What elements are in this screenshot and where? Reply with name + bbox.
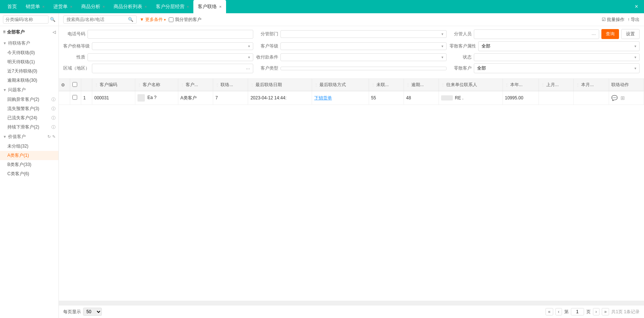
phone-input[interactable]	[87, 30, 253, 39]
close-customer-contact[interactable]: ×	[219, 4, 221, 9]
cell-last-method[interactable]: 下销货单	[312, 91, 369, 105]
retail-select[interactable]: 全部 ▾	[474, 63, 640, 73]
edit-icon[interactable]: ✎	[52, 134, 56, 139]
close-product-analysis-list[interactable]: ×	[144, 4, 147, 9]
th-this-month[interactable]: ⋮本月...	[574, 79, 609, 91]
sidebar-item-7days[interactable]: 近7天待联络(0)	[0, 67, 58, 76]
th-contact[interactable]: ⋮联络...	[213, 79, 248, 91]
sidebar-item-class-c[interactable]: C类客户(6)	[0, 169, 58, 179]
sidebar-search-icon[interactable]: 🔍	[50, 17, 56, 22]
sidebar-item-churned[interactable]: 已流失客户(24) ⓘ	[0, 113, 58, 123]
sidebar-item-tomorrow[interactable]: 明天待联络(1)	[0, 57, 58, 67]
sidebar-group-problem[interactable]: ▼ 问题客户	[0, 85, 58, 95]
query-btn[interactable]: 查询	[601, 29, 619, 39]
cell-name[interactable]: Ea ?	[135, 91, 178, 105]
sidebar-item-repurchase[interactable]: 回购异常客户(2) ⓘ	[0, 95, 58, 104]
th-company-contact[interactable]: ⋮往来单位联系人	[439, 79, 502, 91]
row-checkbox[interactable]	[72, 95, 77, 100]
batch-op-btn[interactable]: ☑ 批量操作	[602, 17, 625, 23]
th-no-contact[interactable]: ⋮未联...	[369, 79, 404, 91]
arrow-pending: ▼	[3, 41, 7, 45]
sidebar-item-class-b[interactable]: B类客户(33)	[0, 160, 58, 169]
dept-select-arrow: ▾	[441, 32, 443, 36]
th-customer-type[interactable]: ⋮客户...	[178, 79, 213, 91]
message-icon[interactable]: 💬	[611, 95, 618, 101]
cell-last-month	[539, 91, 574, 105]
price-level-select[interactable]: ▾	[92, 42, 253, 50]
my-customer-checkbox-area[interactable]: 我分管的客户	[169, 17, 201, 23]
customer-level-select[interactable]: ▾	[280, 42, 446, 50]
manager-dots-icon[interactable]: ···	[591, 31, 596, 37]
last-page-btn[interactable]: »	[602, 308, 609, 315]
nature-select[interactable]: ▾	[87, 53, 253, 61]
th-code[interactable]: ⋮客户编码	[92, 79, 135, 91]
th-name[interactable]: ⋮客户名称	[135, 79, 178, 91]
first-page-btn[interactable]: «	[545, 308, 553, 315]
nav-product-analysis-list[interactable]: 商品分析列表 ×	[109, 0, 151, 13]
nav-product-analysis[interactable]: 商品分析 ×	[77, 0, 109, 13]
next-page-btn[interactable]: ›	[593, 308, 600, 315]
customer-level-arrow: ▾	[441, 44, 443, 48]
retail-attr-select[interactable]: 全部 ▾	[478, 41, 640, 51]
close-product-analysis[interactable]: ×	[103, 4, 105, 9]
sidebar-group-pending[interactable]: ▼ 待联络客户	[0, 38, 58, 48]
sidebar-item-today[interactable]: 今天待联络(0)	[0, 48, 58, 57]
export-btn[interactable]: ↑ 导出	[627, 17, 640, 23]
nav-customer-contact[interactable]: 客户联络 ×	[193, 0, 226, 13]
col-resize-year: ⋮	[505, 83, 509, 87]
price-level-arrow: ▾	[248, 44, 250, 48]
per-page-select[interactable]: 50 100 200	[83, 308, 102, 316]
toolbar-search-icon[interactable]: 🔍	[128, 17, 133, 22]
th-overdue[interactable]: ⋮逾期...	[404, 79, 439, 91]
more-filter-btn[interactable]: ▼ 更多条件 ▾	[140, 17, 166, 23]
my-customer-checkbox[interactable]	[169, 17, 173, 22]
nav-home[interactable]: 首页	[3, 0, 21, 13]
nav-purchase-order[interactable]: 进货单 ×	[49, 0, 76, 13]
manager-select[interactable]: ···	[474, 29, 599, 39]
toolbar-search-input[interactable]	[67, 17, 128, 22]
th-last-contact-date[interactable]: ⋮最后联络日期	[248, 79, 312, 91]
sidebar-item-overdue[interactable]: 逾期未联络(30)	[0, 76, 58, 85]
sidebar-item-ungrouped[interactable]: 未分组(32)	[0, 142, 58, 151]
close-sales-order[interactable]: ×	[42, 4, 44, 9]
th-this-year[interactable]: ⋮本年...	[502, 79, 539, 91]
select-all-checkbox[interactable]	[72, 82, 77, 87]
prev-page-btn[interactable]: ‹	[555, 308, 562, 315]
filter-row-3: 性质 ▾ 收付款条件 ▾ 状态	[63, 53, 640, 61]
page-number-input[interactable]	[571, 308, 584, 315]
th-last-month[interactable]: ⋮上月...	[539, 79, 574, 91]
filter-retail: 零散客户 全部 ▾	[450, 63, 640, 73]
gear-icon[interactable]: ⚙	[61, 82, 65, 88]
grid-action-icon[interactable]: ⊞	[620, 95, 625, 101]
sidebar-all-customers[interactable]: ⠿ 全部客户 ◁	[0, 26, 58, 38]
filter-arrow-icon: ▾	[164, 18, 166, 22]
nav-close-all[interactable]: ×	[632, 3, 641, 10]
sidebar-search-input[interactable]	[3, 15, 49, 24]
sidebar-item-churn-warning[interactable]: 流失预警客户(3) ⓘ	[0, 104, 58, 113]
cell-index: 1	[81, 91, 92, 105]
horizontal-scrollbar[interactable]	[59, 301, 644, 305]
region-select[interactable]: ···	[92, 64, 253, 73]
sidebar-group-value[interactable]: ▼ 价值客户 ↻ ✎	[0, 132, 58, 142]
refresh-icon[interactable]: ↻	[47, 134, 51, 139]
sidebar-item-class-a[interactable]: A类客户(1)	[0, 151, 58, 160]
close-purchase-order[interactable]: ×	[70, 4, 72, 9]
settings-btn[interactable]: 设置	[621, 29, 640, 39]
payment-select[interactable]: ▾	[280, 53, 446, 61]
region-dots-icon[interactable]: ···	[246, 66, 250, 71]
dept-select[interactable]: ▾	[280, 30, 446, 38]
sidebar-collapse-icon[interactable]: ◁	[53, 30, 56, 35]
close-customer-segment[interactable]: ×	[187, 4, 189, 9]
status-select[interactable]: ▾	[474, 53, 640, 61]
filter-phone: 电话号码	[63, 30, 253, 39]
nav-customer-segment[interactable]: 客户分层经营 ×	[151, 0, 193, 13]
nav-sales-order[interactable]: 销货单 ×	[21, 0, 49, 13]
customer-type-select[interactable]	[280, 67, 446, 70]
declining-badge: ⓘ	[51, 124, 56, 130]
top-navigation: 首页 销货单 × 进货单 × 商品分析 × 商品分析列表 × 客户分层经营 × …	[0, 0, 644, 13]
sidebar-item-declining[interactable]: 持续下滑客户(2) ⓘ	[0, 123, 58, 132]
cell-contact-count: 7	[213, 91, 248, 105]
th-gear[interactable]: ⚙	[59, 79, 70, 91]
th-last-contact-method[interactable]: ⋮最后联络方式	[312, 79, 369, 91]
method-link[interactable]: 下销货单	[314, 95, 332, 100]
